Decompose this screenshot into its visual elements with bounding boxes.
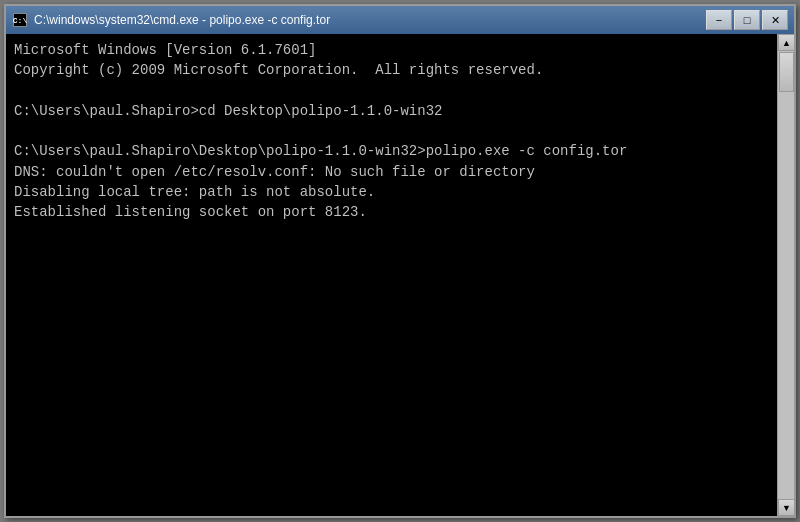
title-bar: C:\ C:\windows\system32\cmd.exe - polipo… [6, 6, 794, 34]
window-controls: − □ ✕ [706, 10, 788, 30]
minimize-button[interactable]: − [706, 10, 732, 30]
cmd-icon: C:\ [13, 13, 27, 27]
scroll-thumb[interactable] [779, 52, 794, 92]
maximize-button[interactable]: □ [734, 10, 760, 30]
window-title: C:\windows\system32\cmd.exe - polipo.exe… [34, 13, 330, 27]
cmd-window: C:\ C:\windows\system32\cmd.exe - polipo… [4, 4, 796, 518]
close-button[interactable]: ✕ [762, 10, 788, 30]
vertical-scrollbar[interactable]: ▲ ▼ [777, 34, 794, 516]
console-content: Microsoft Windows [Version 6.1.7601] Cop… [6, 34, 777, 516]
console-area: Microsoft Windows [Version 6.1.7601] Cop… [6, 34, 794, 516]
scroll-up-button[interactable]: ▲ [778, 34, 794, 51]
cmd-window-icon: C:\ [12, 12, 28, 28]
cmd-icon-text: C:\ [13, 16, 27, 25]
scroll-down-button[interactable]: ▼ [778, 499, 794, 516]
title-bar-left: C:\ C:\windows\system32\cmd.exe - polipo… [12, 12, 330, 28]
scroll-track[interactable] [778, 51, 794, 499]
console-output: Microsoft Windows [Version 6.1.7601] Cop… [14, 40, 769, 223]
